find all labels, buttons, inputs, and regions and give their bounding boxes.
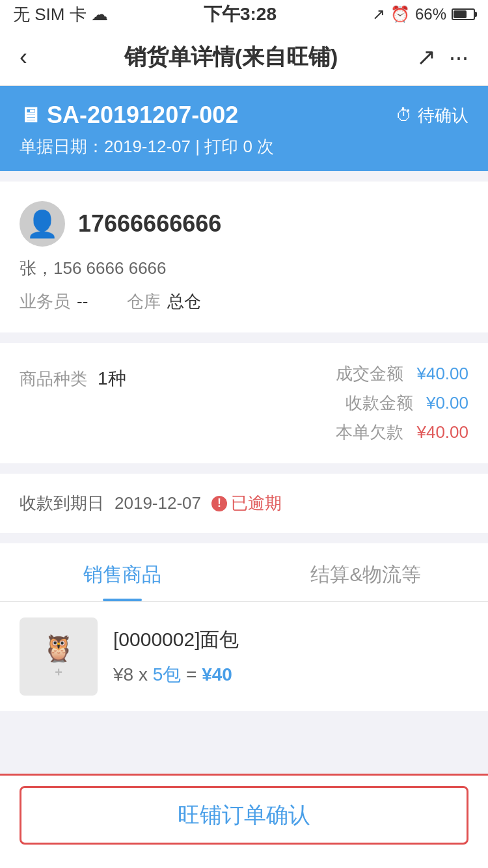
overdue-text: 已逾期	[231, 492, 282, 515]
due-date-label: 收款到期日	[20, 492, 104, 515]
warehouse-field: 仓库 总仓	[127, 290, 201, 313]
back-button[interactable]: ‹	[20, 44, 59, 71]
more-icon[interactable]: ···	[449, 44, 468, 71]
no-sim-label: 无 SIM 卡 ☁	[13, 3, 108, 26]
battery-label: 66%	[415, 5, 446, 23]
owed-value: ¥40.00	[416, 422, 468, 442]
order-header-card: 🖥 SA-20191207-002 ⏱ 待确认 单据日期：2019-12-07 …	[0, 86, 488, 171]
order-id-text: SA-20191207-002	[47, 102, 238, 129]
customer-phone: 17666666666	[78, 210, 221, 237]
avatar-icon: 👤	[26, 209, 59, 239]
amounts-card: 商品种类 1种 成交金额 ¥40.00 收款金额 ¥0.00 本单欠款 ¥40.…	[0, 343, 488, 463]
bottom-bar: 旺铺订单确认	[0, 774, 488, 868]
overdue-badge: ! 已逾期	[211, 492, 282, 515]
due-date-card: 收款到期日 2019-12-07 ! 已逾期	[0, 474, 488, 533]
deal-value: ¥40.00	[416, 364, 468, 384]
clock-icon: ⏱	[396, 105, 413, 126]
salesperson-field: 业务员 --	[20, 290, 88, 313]
share-icon[interactable]: ↗	[416, 44, 436, 71]
product-multiply: x	[139, 664, 153, 685]
received-value: ¥0.00	[426, 393, 468, 413]
status-text: 待确认	[418, 104, 468, 127]
received-amount-row: 收款金额 ¥0.00	[346, 392, 468, 414]
overdue-dot-icon: !	[211, 496, 227, 511]
warehouse-label: 仓库	[127, 290, 161, 313]
tabs-container: 销售商品 结算&物流等 🦉 + [0000002]面包 ¥8 x 5包 = ¥4…	[0, 543, 488, 711]
order-icon: 🖥	[20, 103, 40, 128]
order-date: 单据日期：2019-12-07 | 打印 0 次	[20, 135, 468, 158]
product-unit-price: ¥8	[113, 664, 133, 685]
status-right: ↗ ⏰ 66%	[372, 5, 475, 23]
status-left: 无 SIM 卡 ☁	[13, 3, 108, 26]
amounts-right: 成交金额 ¥40.00 收款金额 ¥0.00 本单欠款 ¥40.00	[336, 362, 468, 444]
order-id: 🖥 SA-20191207-002	[20, 102, 238, 129]
customer-meta-row: 业务员 -- 仓库 总仓	[20, 290, 468, 313]
status-time: 下午3:28	[204, 2, 277, 27]
owed-amount-row: 本单欠款 ¥40.00	[336, 421, 468, 444]
nav-actions: ↗ ···	[403, 44, 468, 71]
status-bar: 无 SIM 卡 ☁ 下午3:28 ↗ ⏰ 66%	[0, 0, 488, 29]
salesperson-label: 业务员	[20, 290, 70, 313]
product-info: [0000002]面包 ¥8 x 5包 = ¥40	[113, 627, 468, 687]
product-type-label: 商品种类	[20, 368, 87, 390]
avatar: 👤	[20, 201, 65, 247]
product-thumb-plus-icon: +	[55, 665, 62, 680]
owed-label: 本单欠款	[336, 421, 403, 444]
location-icon: ↗	[372, 5, 385, 23]
product-total: ¥40	[202, 664, 232, 685]
product-price-row: ¥8 x 5包 = ¥40	[113, 662, 468, 687]
product-thumb-inner: 🦉 +	[42, 633, 75, 680]
received-label: 收款金额	[346, 392, 413, 414]
product-quantity: 5包	[153, 664, 182, 685]
salesperson-value: --	[77, 292, 88, 312]
tab-products[interactable]: 销售商品	[0, 543, 244, 601]
customer-row: 👤 17666666666	[20, 201, 468, 247]
deal-label: 成交金额	[336, 362, 403, 385]
order-status: ⏱ 待确认	[396, 104, 468, 127]
product-item: 🦉 + [0000002]面包 ¥8 x 5包 = ¥40	[0, 602, 488, 711]
confirm-order-button[interactable]: 旺铺订单确认	[20, 786, 468, 845]
customer-name-detail: 张，156 6666 6666	[20, 257, 468, 280]
product-thumb-owl-icon: 🦉	[42, 633, 75, 664]
battery-icon	[452, 8, 475, 20]
tab-settlement[interactable]: 结算&物流等	[244, 543, 488, 601]
due-date-value: 2019-12-07	[115, 493, 201, 513]
page-title: 销货单详情(来自旺铺)	[59, 42, 403, 72]
alarm-icon: ⏰	[390, 5, 410, 23]
product-name: [0000002]面包	[113, 627, 468, 653]
product-equals: =	[186, 664, 202, 685]
warehouse-value: 总仓	[167, 290, 201, 313]
product-type-value: 1种	[98, 366, 126, 391]
deal-amount-row: 成交金额 ¥40.00	[336, 362, 468, 385]
product-thumbnail: 🦉 +	[20, 617, 98, 696]
product-type-section: 商品种类 1种	[20, 362, 336, 391]
tabs-row: 销售商品 结算&物流等	[0, 543, 488, 602]
nav-bar: ‹ 销货单详情(来自旺铺) ↗ ···	[0, 29, 488, 86]
order-header-top: 🖥 SA-20191207-002 ⏱ 待确认	[20, 102, 468, 129]
customer-info-card: 👤 17666666666 张，156 6666 6666 业务员 -- 仓库 …	[0, 182, 488, 332]
